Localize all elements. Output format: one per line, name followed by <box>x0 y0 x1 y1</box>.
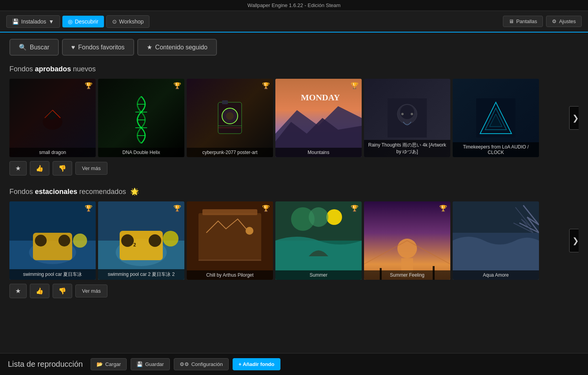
rainy-visual <box>388 98 427 138</box>
section1-suffix: nuevos <box>71 65 96 73</box>
cargar-label: Cargar <box>105 361 121 367</box>
svg-point-37 <box>149 234 161 247</box>
svg-point-18 <box>400 105 414 119</box>
card-bg-4: MONDAY <box>275 79 362 157</box>
section1-bold: aprobados <box>35 65 71 73</box>
card-label-s2: swimming pool car 2 夏日车泳 2 <box>98 269 184 280</box>
section2-emoji: 🌟 <box>130 188 139 196</box>
pool1-visual <box>9 201 96 280</box>
card-bg-s6 <box>453 201 539 280</box>
cargar-icon: 📂 <box>96 361 103 367</box>
mountains-visual: MONDAY <box>275 79 362 157</box>
card-bg-2 <box>98 79 184 157</box>
nav-right: 🖥 Pantallas ⚙ Ajustes <box>503 16 582 27</box>
section2-prefix: Fondos <box>9 188 35 196</box>
nav-left: 💾 Instalados ▼ ◎ Descubrir ⊙ Workshop <box>6 15 149 28</box>
config-icon: ⚙⚙ <box>180 361 189 367</box>
buscar-button[interactable]: 🔍 Buscar <box>9 39 59 56</box>
guardar-label: Guardar <box>145 361 164 367</box>
fav-btn-1[interactable]: ★ <box>9 161 27 176</box>
svg-point-47 <box>326 209 342 225</box>
card-rainy[interactable]: Rainy Thoughts 雨の思い 4k [Artwork by ゆづあ] <box>364 79 450 157</box>
anadir-label: + Añadir fondo <box>238 361 275 367</box>
dropdown-arrow: ▼ <box>49 18 54 25</box>
section1-scroll-right[interactable]: ❯ <box>569 106 579 130</box>
trophy-s2: 🏆 <box>173 205 181 212</box>
card-dna[interactable]: 🏆 DNA Double Helix <box>98 79 184 157</box>
section1-prefix: Fondos <box>9 65 35 73</box>
pantallas-label: Pantallas <box>516 18 537 24</box>
like-btn-1[interactable]: 👍 <box>30 161 49 176</box>
pool2-visual: 2 <box>98 201 184 280</box>
card-timekeepers[interactable]: Timekeepers from LoA AUDIO / CLOCK <box>453 79 539 157</box>
svg-point-36 <box>121 234 134 247</box>
heart-icon: ♥ <box>71 44 75 51</box>
instalados-button[interactable]: 💾 Instalados ▼ <box>6 15 60 28</box>
ver-mas-btn-1[interactable]: Ver más <box>75 162 107 175</box>
main-content: 🔍 Buscar ♥ Fondos favoritos ★ Contenido … <box>0 33 588 316</box>
gear-icon: ⚙ <box>552 18 557 24</box>
section2-row: 🏆 swimming pool car 夏日车泳 2 <box>9 201 579 280</box>
steam-icon: ⊙ <box>112 18 117 25</box>
card-bg-s2: 2 <box>98 201 184 280</box>
descubrir-button[interactable]: ◎ Descubrir <box>62 16 104 27</box>
svg-point-20 <box>411 113 413 115</box>
seguido-button[interactable]: ★ Contenido seguido <box>137 39 217 56</box>
favoritos-label: Fondos favoritos <box>78 44 124 51</box>
trophy-s4: 🏆 <box>351 205 359 212</box>
card-bg-3 <box>187 79 273 157</box>
svg-text:2: 2 <box>133 242 136 248</box>
trophy-icon-3: 🏆 <box>262 82 270 89</box>
descubrir-label: Descubrir <box>75 18 98 25</box>
svg-point-44 <box>246 227 253 235</box>
section2-suffix: recomendados <box>77 188 126 196</box>
pantallas-button[interactable]: 🖥 Pantallas <box>503 16 543 27</box>
card-mountains[interactable]: MONDAY 🏆 Mountains <box>275 79 362 157</box>
card-small-dragon[interactable]: 🏆 small dragon <box>9 79 96 157</box>
config-label: Configuración <box>191 361 223 367</box>
fav-btn-2[interactable]: ★ <box>9 284 27 298</box>
section1-title: Fondos aprobados nuevos <box>9 65 579 73</box>
card-bg-s4 <box>275 201 362 280</box>
favoritos-button[interactable]: ♥ Fondos favoritos <box>62 39 134 56</box>
section2-scroll-right[interactable]: ❯ <box>569 229 579 252</box>
card-label-6: Timekeepers from LoA AUDIO / CLOCK <box>453 142 539 157</box>
playlist-bar: Lista de reproducción 📂 Cargar 💾 Guardar… <box>0 353 588 375</box>
ver-mas-btn-2[interactable]: Ver más <box>75 284 107 297</box>
card-bg-1 <box>9 79 96 157</box>
title-bar: Wallpaper Engine 1.6.22 - Edición Steam <box>0 0 588 11</box>
svg-rect-11 <box>222 100 228 104</box>
cargar-button[interactable]: 📂 Cargar <box>91 358 127 370</box>
card-bg-s3 <box>187 201 273 280</box>
like-btn-2[interactable]: 👍 <box>30 284 49 298</box>
summer-visual <box>275 201 362 280</box>
trophy-s3: 🏆 <box>262 205 270 212</box>
workshop-button[interactable]: ⊙ Workshop <box>106 15 150 28</box>
ver-mas-label-1: Ver más <box>82 165 101 171</box>
card-aqua[interactable]: Aqua Amore <box>453 201 539 280</box>
card-pool2[interactable]: 2 🏆 swimming pool car 2 夏日车泳 2 <box>98 201 184 280</box>
configuracion-button[interactable]: ⚙⚙ Configuración <box>174 358 229 370</box>
card-summer[interactable]: 🏆 Summer <box>275 201 362 280</box>
card-pool1[interactable]: 🏆 swimming pool car 夏日车泳 <box>9 201 96 280</box>
card-chill[interactable]: 🏆 Chill by Arthus Pilorget <box>187 201 273 280</box>
descubrir-icon: ◎ <box>68 18 73 25</box>
card-cyberpunk[interactable]: 🏆 cyberpunk-2077 poster-art <box>187 79 273 157</box>
anadir-fondo-button[interactable]: + Añadir fondo <box>233 358 280 370</box>
trophy-icon-2: 🏆 <box>173 82 181 89</box>
workshop-label: Workshop <box>119 18 144 25</box>
reaction-bar-1: ★ 👍 👎 Ver más <box>9 161 579 176</box>
guardar-button[interactable]: 💾 Guardar <box>131 358 170 370</box>
trophy-s1: 🏆 <box>85 205 93 212</box>
ajustes-button[interactable]: ⚙ Ajustes <box>546 16 582 27</box>
card-summer-feeling[interactable]: 🏆 Summer Feeling <box>364 201 450 280</box>
svg-point-19 <box>401 113 404 115</box>
dislike-btn-1[interactable]: 👎 <box>53 161 72 176</box>
nav-bar: 💾 Instalados ▼ ◎ Descubrir ⊙ Workshop 🖥 … <box>0 11 588 33</box>
ver-mas-label-2: Ver más <box>82 288 101 294</box>
svg-point-30 <box>58 235 70 246</box>
dragon-visual <box>33 98 72 138</box>
trophy-s5: 🏆 <box>439 205 447 212</box>
dislike-btn-2[interactable]: 👎 <box>53 284 72 298</box>
svg-point-31 <box>73 234 87 248</box>
